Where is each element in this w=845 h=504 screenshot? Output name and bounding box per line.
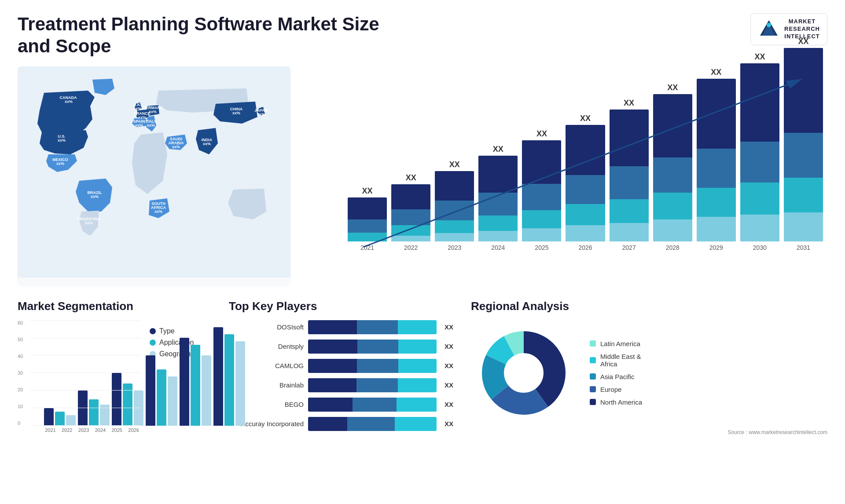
bar-2021: XX 2021 — [348, 186, 387, 251]
svg-text:xx%: xx% — [154, 209, 162, 214]
latin-america-dot — [590, 340, 596, 347]
middle-east-africa-dot — [590, 357, 596, 363]
key-players: Top Key Players DOSIsoft XX Dentsply X — [229, 299, 458, 484]
europe-dot — [590, 386, 596, 392]
seg-bar-2025 — [180, 338, 211, 426]
page-title: Treatment Planning Software Market Size … — [18, 13, 414, 58]
svg-text:xx%: xx% — [56, 161, 64, 166]
legend-latin-america: Latin America — [590, 340, 642, 347]
svg-text:xx%: xx% — [147, 123, 155, 128]
bar-2027: XX 2027 — [610, 99, 649, 251]
world-map-svg: CANADA xx% U.S. xx% MEXICO xx% BRAZIL xx… — [18, 66, 290, 278]
player-dosisoft: DOSIsoft XX — [229, 320, 458, 334]
bar-2031: XX 2031 — [784, 37, 823, 251]
world-map: CANADA xx% U.S. xx% MEXICO xx% BRAZIL xx… — [18, 66, 290, 286]
regional-legend: Latin America Middle East &Africa Asia P… — [590, 340, 642, 406]
donut-chart-area: Latin America Middle East &Africa Asia P… — [471, 320, 827, 426]
svg-text:xx%: xx% — [58, 138, 66, 142]
bar-2023: XX 2023 — [435, 160, 474, 251]
legend-europe: Europe — [590, 386, 642, 393]
donut-chart — [471, 320, 577, 426]
bar-2022: XX 2022 — [391, 173, 430, 251]
player-dentsply: Dentsply XX — [229, 340, 458, 354]
players-chart: DOSIsoft XX Dentsply XX CAMLOG — [229, 320, 458, 431]
bar-2030: XX 2030 — [740, 52, 779, 251]
bar-2025: XX 2025 — [522, 129, 561, 251]
application-dot — [150, 340, 156, 346]
svg-text:xx%: xx% — [85, 221, 93, 225]
svg-text:xx%: xx% — [232, 111, 240, 115]
svg-point-2 — [767, 23, 771, 27]
svg-text:xx%: xx% — [257, 112, 265, 117]
svg-text:xx%: xx% — [135, 123, 143, 128]
asia-pacific-dot — [590, 373, 596, 380]
top-section: CANADA xx% U.S. xx% MEXICO xx% BRAZIL xx… — [18, 66, 827, 286]
seg-bar-2022 — [78, 391, 110, 426]
growth-bar-chart: XX 2021 XX 2022 — [304, 66, 827, 286]
bar-2029: XX 2029 — [697, 68, 736, 251]
seg-bar-2021 — [44, 408, 76, 426]
segmentation-title: Market Segmentation — [18, 299, 216, 313]
bottom-section: Market Segmentation 60 50 40 30 20 10 0 — [18, 299, 827, 484]
svg-text:xx%: xx% — [203, 142, 211, 146]
svg-text:xx%: xx% — [149, 110, 157, 114]
regional-title: Regional Analysis — [471, 299, 827, 313]
north-america-dot — [590, 399, 596, 405]
legend-north-america: North America — [590, 398, 642, 406]
svg-text:xx%: xx% — [172, 145, 180, 149]
page-header: Treatment Planning Software Market Size … — [18, 13, 827, 58]
type-dot — [150, 328, 156, 334]
regional-analysis: Regional Analysis Latin America — [471, 299, 827, 484]
source-text: Source : www.marketresearchintellect.com — [471, 429, 827, 435]
bar-2024: XX 2024 — [478, 145, 518, 251]
player-bego: BEGO XX — [229, 398, 458, 412]
svg-text:xx%: xx% — [133, 106, 141, 111]
bar-2026: XX 2026 — [566, 114, 605, 251]
logo-icon — [758, 18, 780, 40]
legend-asia-pacific: Asia Pacific — [590, 373, 642, 380]
players-title: Top Key Players — [229, 299, 458, 313]
market-segmentation: Market Segmentation 60 50 40 30 20 10 0 — [18, 299, 216, 484]
segmentation-chart: 60 50 40 30 20 10 0 — [18, 320, 141, 426]
legend-type: Type — [150, 327, 194, 335]
svg-point-43 — [504, 354, 543, 392]
player-brainlab: Brainlab XX — [229, 378, 458, 392]
player-camlog: CAMLOG XX — [229, 359, 458, 373]
svg-text:xx%: xx% — [65, 99, 73, 104]
seg-bar-2024 — [146, 355, 177, 426]
player-accuray: Accuray Incorporated XX — [229, 417, 458, 431]
svg-text:xx%: xx% — [91, 194, 99, 199]
seg-bar-2026 — [213, 327, 245, 426]
seg-bar-2023 — [112, 373, 143, 426]
bar-2028: XX 2028 — [653, 83, 692, 251]
legend-middle-east-africa: Middle East &Africa — [590, 353, 642, 368]
